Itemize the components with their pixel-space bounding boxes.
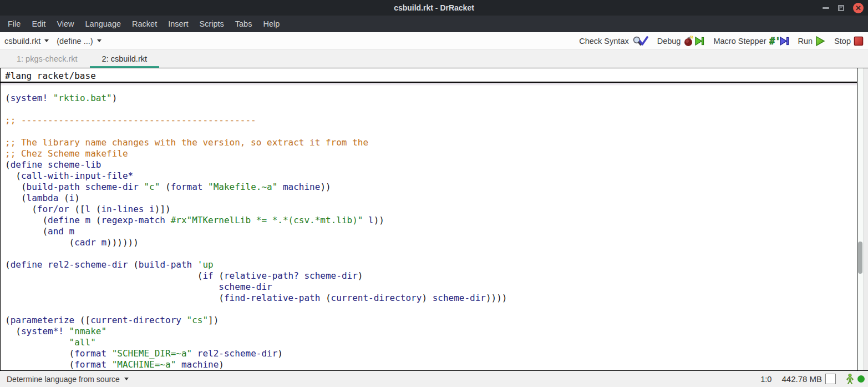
run-play-icon <box>815 36 825 47</box>
window-edge <box>864 68 868 370</box>
svg-text:#': #' <box>769 36 780 47</box>
code-line: (format "MACHINE=~a" machine) <box>5 359 857 370</box>
chevron-down-icon <box>124 378 129 380</box>
menu-edit[interactable]: Edit <box>26 17 51 31</box>
check-syntax-label: Check Syntax <box>579 37 628 46</box>
vertical-scrollbar[interactable] <box>857 68 864 370</box>
language-selector-label: Determine language from source <box>7 375 120 384</box>
maximize-button[interactable] <box>838 5 844 11</box>
window-controls: ✕ <box>823 0 864 16</box>
toolbar: csbuild.rkt (define ...) Check Syntax <box>0 32 868 50</box>
code-line: ;; -------------------------------------… <box>5 115 857 126</box>
code-line <box>5 104 857 115</box>
scrollbar-thumb[interactable] <box>858 242 862 274</box>
code-line: (format "SCHEME_DIR=~a" rel2-scheme-dir) <box>5 348 857 359</box>
macro-stepper-button[interactable]: Macro Stepper #' <box>713 36 789 47</box>
cursor-position: 1:0 <box>760 375 771 384</box>
language-selector-button[interactable]: Determine language from source <box>7 375 129 384</box>
editor-area: #lang racket/base(system! "rktio.bat");;… <box>0 68 868 371</box>
close-button[interactable]: ✕ <box>853 3 864 13</box>
stop-button[interactable]: Stop <box>834 36 864 47</box>
macro-stepper-label: Macro Stepper <box>713 37 766 46</box>
run-button[interactable]: Run <box>798 36 826 47</box>
menu-racket[interactable]: Racket <box>126 17 163 31</box>
drracket-window: csbuild.rkt - DrRacket ✕ FileEditViewLan… <box>0 0 868 387</box>
run-label: Run <box>798 37 813 46</box>
code-line: #lang racket/base <box>5 71 857 82</box>
lang-separator-shadow <box>1 83 857 86</box>
code-line: (call-with-input-file* <box>5 170 857 182</box>
menu-help[interactable]: Help <box>257 17 285 31</box>
code-line: (system*! "nmake" <box>5 326 857 337</box>
code-line: (parameterize ([current-directory "cs"]) <box>5 315 857 326</box>
minimize-button[interactable] <box>823 7 829 9</box>
code-line: ;; The library name changes with the ver… <box>5 137 857 148</box>
chevron-down-icon <box>97 39 101 42</box>
titlebar: csbuild.rkt - DrRacket ✕ <box>0 0 868 16</box>
statusbar: Determine language from source 1:0 442.7… <box>0 371 868 387</box>
parens-status-icon <box>857 375 865 383</box>
tabbar: 1: pkgs-check.rkt2: csbuild.rkt <box>0 50 868 68</box>
code-line: (find-relative-path (current-directory) … <box>5 293 857 304</box>
garbage-collect-button[interactable] <box>825 374 836 384</box>
code-line: ;; Chez Scheme makefile <box>5 148 857 159</box>
menu-language[interactable]: Language <box>80 17 127 31</box>
menubar: FileEditViewLanguageRacketInsertScriptsT… <box>0 16 868 32</box>
code-line: (define rel2-scheme-dir (build-path 'up <box>5 259 857 270</box>
debug-label: Debug <box>657 37 681 46</box>
code-line <box>5 304 857 315</box>
bomb-step-icon <box>683 36 704 47</box>
code-line <box>5 248 857 259</box>
code-line: (build-path scheme-dir "c" (format "Make… <box>5 182 857 193</box>
stop-square-icon <box>854 36 864 47</box>
code-line: (and m <box>5 226 857 237</box>
code-line: "all" <box>5 337 857 348</box>
editor-tab-2[interactable]: 2: csbuild.rkt <box>90 50 159 68</box>
menu-insert[interactable]: Insert <box>163 17 194 31</box>
definition-navigator-dropdown[interactable]: (define ...) <box>57 37 101 46</box>
menu-scripts[interactable]: Scripts <box>194 17 229 31</box>
menu-tabs[interactable]: Tabs <box>230 17 258 31</box>
menu-view[interactable]: View <box>51 17 79 31</box>
window-title: csbuild.rkt - DrRacket <box>0 3 868 12</box>
debug-button[interactable]: Debug <box>657 36 705 47</box>
running-man-icon <box>846 374 854 384</box>
check-syntax-button[interactable]: Check Syntax <box>579 36 648 47</box>
code-line: (define scheme-lib <box>5 159 857 170</box>
memory-usage: 442.78 MB <box>781 374 822 384</box>
menu-file[interactable]: File <box>2 17 26 31</box>
code-line: (cadr m)))))) <box>5 237 857 248</box>
code-line: (define m (regexp-match #rx"MTKernelLib … <box>5 215 857 226</box>
file-scope-label: csbuild.rkt <box>4 37 40 46</box>
file-scope-dropdown[interactable]: csbuild.rkt <box>4 37 49 46</box>
code-line <box>5 126 857 137</box>
code-line: scheme-dir <box>5 282 857 293</box>
code-line: (for/or ([l (in-lines i)]) <box>5 204 857 215</box>
editor-tab-1[interactable]: 1: pkgs-check.rkt <box>4 50 90 68</box>
stop-label: Stop <box>834 37 851 46</box>
code-line: (if (relative-path? scheme-dir) <box>5 270 857 282</box>
definition-navigator-label: (define ...) <box>57 37 93 46</box>
chevron-down-icon <box>44 39 49 42</box>
definitions-editor[interactable]: #lang racket/base(system! "rktio.bat");;… <box>0 68 857 370</box>
code-line: (lambda (i) <box>5 193 857 204</box>
hash-quote-step-icon: #' <box>769 36 789 47</box>
code-line: (system! "rktio.bat") <box>5 93 857 104</box>
magnifier-check-icon <box>632 36 648 47</box>
